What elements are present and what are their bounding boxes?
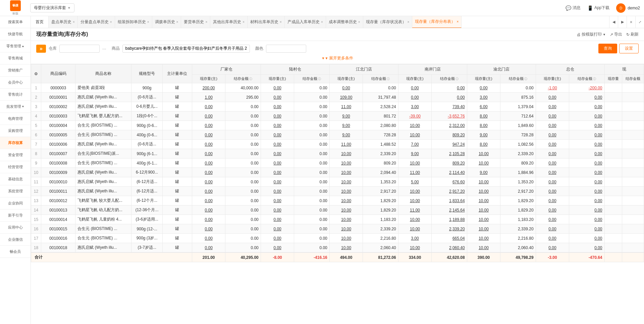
row-lc-qty[interactable]: 0.00 [261,168,294,177]
row-total-qty[interactable]: 0.00 [536,234,569,243]
row-na-qty[interactable]: 3.00 [398,102,432,111]
row-total-qty[interactable]: 0.00 [536,121,569,130]
row-lc-qty[interactable]: 0.00 [261,196,294,205]
sidebar-item-system[interactable]: 系统管理 [0,185,31,197]
row-jb-qty[interactable]: 10.00 [329,177,363,187]
row-yb-qty[interactable]: 0.00 [467,83,500,93]
row-lc-qty[interactable]: 0.00 [261,121,294,130]
row-fj-qty[interactable]: 0.00 [192,215,225,224]
row-na-qty[interactable]: 11.00 [398,205,432,215]
row-na-qty[interactable]: 11.00 [398,168,432,177]
row-fj-qty[interactable]: 0.00 [192,158,225,168]
sidebar-item-member[interactable]: 会员中心 [0,77,31,89]
row-fj-qty[interactable]: 200.00 [192,83,225,93]
row-fj-qty[interactable]: 0.00 [192,177,225,187]
row-fj-qty[interactable]: 0.00 [192,140,225,149]
sidebar-item-guide[interactable]: 新手引导 [0,210,31,222]
row-total-qty[interactable]: 0.00 [536,187,569,196]
tab-close-6[interactable]: × [243,20,245,24]
search-button[interactable]: 查询 [598,44,617,53]
row-total-qty[interactable]: 0.00 [536,130,569,140]
row-jb-qty[interactable]: 10.00 [329,149,363,158]
row-jb-qty[interactable]: 10.00 [329,187,363,196]
row-na-qty[interactable]: 10.00 [398,215,432,224]
settings-button[interactable]: 设置 [619,44,639,53]
row-lc-qty[interactable]: 0.00 [261,83,294,93]
row-total-qty[interactable]: -1.00 [536,83,569,93]
tab-stock-dist[interactable]: 现存量（库存分布表） × [412,16,462,28]
row-fj-qty[interactable]: 0.00 [192,224,225,234]
app-download-btn[interactable]: 📱 App下载 [587,5,609,11]
row-yb-qty[interactable]: 8.00 [467,121,500,130]
tab-prev-btn[interactable]: ◀ [609,16,618,28]
row-yb-qty[interactable]: 10.00 [467,243,500,253]
sidebar-item-marketing[interactable]: 营销推广 [0,64,31,77]
row-total-qty[interactable]: 0.00 [536,205,569,215]
row-yb-qty[interactable]: 10.00 [467,149,500,158]
sidebar-item-app-center[interactable]: 应用中心 [0,222,31,234]
row-jb-qty[interactable]: 10.00 [329,168,363,177]
tab-close-3[interactable]: × [147,20,149,24]
message-btn[interactable]: 💬 消息 [566,5,581,11]
row-total-qty[interactable]: 0.00 [536,243,569,253]
row-lc-qty[interactable]: 0.00 [261,140,294,149]
row-fj-qty[interactable]: 0.00 [192,187,225,196]
row-total-qty[interactable]: 0.00 [536,93,569,102]
row-yb-qty[interactable]: 10.00 [467,187,500,196]
tab-close-all-btn[interactable]: × [627,16,635,28]
row-lc-qty[interactable]: 0.00 [261,111,294,121]
row-lc-qty[interactable]: 0.00 [261,205,294,215]
tab-next-btn[interactable]: ▶ [618,16,627,28]
row-fj-qty[interactable]: 0.00 [192,149,225,158]
sidebar-item-retail-store[interactable]: 零售商城 [0,52,31,64]
row-yb-qty[interactable]: 10.00 [467,234,500,243]
tab-close-5[interactable]: × [205,20,207,24]
tab-close-4[interactable]: × [176,20,178,24]
row-yb-qty[interactable]: 8.00 [467,111,500,121]
row-total-qty[interactable]: 0.00 [536,102,569,111]
warehouse-dots[interactable]: ··· [102,46,106,51]
row-na-qty[interactable]: 3.00 [398,234,432,243]
sidebar-item-enterprise[interactable]: 企业协同 [0,197,31,210]
row-lc-qty[interactable]: 0.00 [261,102,294,111]
tab-close-11[interactable]: × [457,20,459,24]
row-na-qty[interactable]: -39.00 [398,111,432,121]
print-btn[interactable]: 🖨 按模版打印 ▼ [577,32,606,37]
row-total-qty[interactable]: 0.00 [536,149,569,158]
row-jb-qty[interactable]: 9.00 [329,121,363,130]
row-yb-qty[interactable]: 10.00 [467,224,500,234]
row-lc-qty[interactable]: 0.00 [261,130,294,140]
row-yb-qty[interactable]: 10.00 [467,215,500,224]
row-lc-qty[interactable]: 0.00 [261,187,294,196]
row-jb-qty[interactable]: 10.00 [329,196,363,205]
tab-finished-in[interactable]: 产成品入库单历史 × [285,16,326,28]
row-lc-qty[interactable]: 0.00 [261,243,294,253]
row-fj-qty[interactable]: 0.00 [192,102,225,111]
export-btn[interactable]: ↗ 导出 [610,32,622,37]
goods-filter-input[interactable] [122,45,250,53]
row-total-qty[interactable]: 0.00 [536,158,569,168]
row-na-qty[interactable]: 10.00 [398,224,432,234]
row-lc-qty[interactable]: 0.00 [261,158,294,168]
industry-selector[interactable]: 母婴行业演示库套 ▼ [30,3,74,12]
tab-stocktake-sub[interactable]: 分量盘点单历史 × [78,16,115,28]
sidebar-item-vip[interactable]: 畅会员 [0,246,31,258]
row-fj-qty[interactable]: 0.00 [192,111,225,121]
row-na-qty[interactable]: 0.00 [398,93,432,102]
warehouse-filter-input[interactable] [59,45,100,53]
row-jb-qty[interactable]: 11.00 [329,140,363,149]
row-jb-qty[interactable]: 10.00 [329,243,363,253]
row-yb-qty[interactable]: 6.00 [467,102,500,111]
row-lc-qty[interactable]: 0.00 [261,149,294,158]
sidebar-item-ecommerce[interactable]: 电商管理 [0,113,31,125]
row-fj-qty[interactable]: 0.00 [192,205,225,215]
row-jb-qty[interactable]: 10.00 [329,158,363,168]
sidebar-item-search[interactable]: 搜索英单 [0,16,31,28]
row-total-qty[interactable]: 0.00 [536,111,569,121]
sidebar-item-operations[interactable]: 经营管理 [0,161,31,173]
tab-material-out[interactable]: 材料出库单历史 × [248,16,285,28]
col-settings[interactable]: ⚙ [31,64,41,83]
row-na-qty[interactable]: 10.00 [398,158,432,168]
sidebar-item-enterprise-wechat[interactable]: 企业微信 [0,234,31,246]
tab-stocktake[interactable]: 盘点单历史 × [49,16,78,28]
